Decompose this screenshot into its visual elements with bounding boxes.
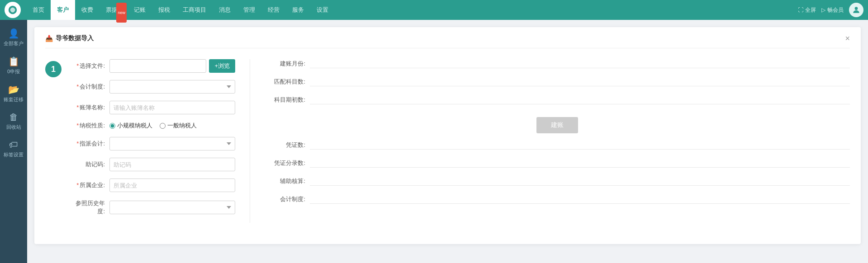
aux-accounting-row: 辅助核算: [265, 177, 850, 186]
accounting-system-row: *会计制度: [69, 80, 235, 94]
nav-item-settings[interactable]: 设置 [310, 0, 335, 20]
logo[interactable] [5, 2, 21, 18]
vip-button[interactable]: ▷ 畅会员 [821, 6, 844, 14]
right-accounting-system-value [310, 195, 850, 204]
history-year-row: 参照历史年度: [69, 199, 235, 216]
accountant-row: *指派会计: [69, 137, 235, 150]
step-badge: 1 [45, 61, 62, 77]
main-layout: 👤 全部客户 📋 0申报 📂 账套迁移 🗑 回收站 🏷 标签设置 📥 导爷数据导… [0, 20, 868, 263]
sidebar-item-all-customers[interactable]: 👤 全部客户 [0, 24, 27, 51]
fullscreen-icon: ⛶ [798, 7, 803, 13]
match-subjects-value [310, 77, 850, 86]
ledger-name-label: *账簿名称: [69, 103, 105, 112]
match-subjects-label: 匹配科目数: [265, 78, 305, 86]
initial-balance-row: 科目期初数: [265, 95, 850, 104]
form-right: 建账月份: 匹配科目数: 科目期初数: 建账 [265, 59, 850, 223]
file-path-input[interactable] [109, 59, 206, 73]
sidebar-item-tags[interactable]: 🏷 标签设置 [0, 136, 27, 162]
aux-accounting-value [310, 177, 850, 186]
tax-type-radio-group: 小规模纳税人 一般纳税人 [109, 122, 235, 130]
fullscreen-button[interactable]: ⛶ 全屏 [798, 6, 816, 14]
nav-item-fees[interactable]: 收费 [75, 0, 100, 20]
history-year-select[interactable] [109, 201, 235, 214]
vip-icon: ▷ [821, 7, 825, 13]
nav-items: 首页 客户 收费 票据 new 记账 报税 工商项目 消息 管理 经营 服务 设… [26, 0, 798, 20]
nav-item-tax[interactable]: 报税 [152, 0, 176, 20]
nav-right: ⛶ 全屏 ▷ 畅会员 [798, 3, 863, 17]
sidebar: 👤 全部客户 📋 0申报 📂 账套迁移 🗑 回收站 🏷 标签设置 [0, 20, 27, 263]
import-panel: 📥 导爷数据导入 × 1 *选择文件: [34, 27, 861, 244]
nav-item-service[interactable]: 服务 [286, 0, 310, 20]
month-value [310, 59, 850, 68]
voucher-count-row: 凭证数: [265, 141, 850, 150]
voucher-entries-label: 凭证分录数: [265, 159, 305, 167]
voucher-entries-row: 凭证分录数: [265, 159, 850, 168]
nav-item-messages[interactable]: 消息 [213, 0, 237, 20]
voucher-count-value [310, 141, 850, 150]
panel-title: 📥 导爷数据导入 [45, 34, 94, 42]
import-icon: 📥 [45, 35, 53, 42]
file-input-group: +浏览 [109, 59, 235, 73]
company-row: *所属企业: [69, 178, 235, 192]
new-badge: new [116, 3, 127, 23]
nav-item-home[interactable]: 首页 [26, 0, 51, 20]
tax-type-label: *纳税性质: [69, 122, 105, 130]
form-content: 1 *选择文件: +浏览 [45, 59, 850, 223]
content-area: 📥 导爷数据导入 × 1 *选择文件: [27, 20, 868, 263]
voucher-entries-value [310, 159, 850, 168]
accounting-system-select[interactable] [109, 80, 235, 94]
right-accounting-system-row: 会计制度: [265, 195, 850, 204]
sidebar-item-account-migrate[interactable]: 📂 账套迁移 [0, 80, 27, 107]
initial-balance-value [310, 95, 850, 104]
memo-row: 助记码: [69, 158, 235, 171]
tax-general-label[interactable]: 一般纳税人 [160, 122, 197, 130]
accountant-label: *指派会计: [69, 140, 105, 148]
form-divider [250, 59, 250, 223]
sidebar-item-recycle[interactable]: 🗑 回收站 [0, 108, 27, 134]
tax-small-scale-label[interactable]: 小规模纳税人 [109, 122, 152, 130]
accounting-system-label: *会计制度: [69, 83, 105, 91]
all-customers-icon: 👤 [8, 28, 19, 39]
nav-item-accounting[interactable]: 记账 [128, 0, 152, 20]
panel-header: 📥 导爷数据导入 × [45, 34, 850, 48]
svg-point-1 [855, 7, 858, 10]
sidebar-item-zero-declare[interactable]: 📋 0申报 [0, 52, 27, 79]
zero-declare-icon: 📋 [8, 56, 19, 67]
match-subjects-row: 匹配科目数: [265, 77, 850, 86]
form-fields: *选择文件: +浏览 *会计制度: [69, 59, 235, 223]
tax-general-radio[interactable] [160, 123, 166, 129]
close-button[interactable]: × [845, 34, 850, 42]
tags-icon: 🏷 [9, 140, 18, 150]
ledger-name-row: *账簿名称: [69, 101, 235, 114]
build-account-button[interactable]: 建账 [536, 117, 578, 133]
memo-label: 助记码: [69, 160, 105, 169]
nav-item-business[interactable]: 工商项目 [176, 0, 213, 20]
nav-item-customer[interactable]: 客户 [51, 0, 75, 20]
form-left: 1 *选择文件: +浏览 [45, 59, 235, 223]
company-label: *所属企业: [69, 181, 105, 189]
history-year-label: 参照历史年度: [69, 199, 105, 216]
memo-input[interactable] [109, 158, 235, 171]
tax-type-row: *纳税性质: 小规模纳税人 一般纳税人 [69, 122, 235, 130]
ledger-name-input[interactable] [109, 101, 235, 114]
month-label: 建账月份: [265, 60, 305, 68]
right-accounting-system-label: 会计制度: [265, 195, 305, 203]
recycle-icon: 🗑 [9, 112, 18, 122]
initial-balance-label: 科目期初数: [265, 96, 305, 104]
nav-item-manage[interactable]: 管理 [237, 0, 261, 20]
tax-small-scale-radio[interactable] [109, 123, 115, 129]
browse-button[interactable]: +浏览 [209, 59, 235, 73]
aux-accounting-label: 辅助核算: [265, 177, 305, 185]
top-navbar: 首页 客户 收费 票据 new 记账 报税 工商项目 消息 管理 经营 服务 设… [0, 0, 868, 20]
file-label: *选择文件: [69, 62, 105, 70]
accountant-select[interactable] [109, 137, 235, 150]
nav-item-operation[interactable]: 经营 [261, 0, 286, 20]
nav-item-invoice[interactable]: 票据 new [100, 0, 128, 20]
month-row: 建账月份: [265, 59, 850, 68]
company-input[interactable] [109, 178, 235, 192]
file-row: *选择文件: +浏览 [69, 59, 235, 73]
voucher-count-label: 凭证数: [265, 141, 305, 149]
account-migrate-icon: 📂 [8, 84, 19, 95]
avatar[interactable] [849, 3, 863, 17]
